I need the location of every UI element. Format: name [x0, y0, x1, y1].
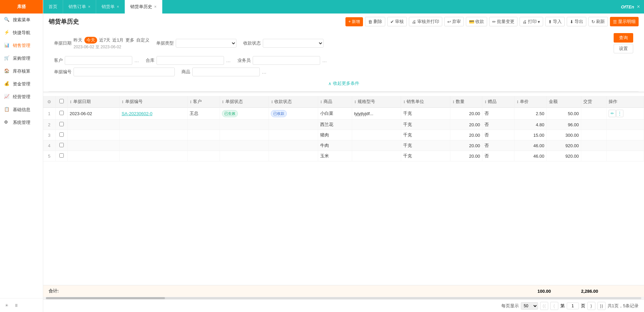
- sidebar-item-stock-calc[interactable]: 🏠 库存核算: [0, 65, 43, 78]
- collect-button[interactable]: 💳 收款: [466, 17, 487, 26]
- page-number-input[interactable]: [567, 303, 579, 309]
- td-collect-status: [269, 120, 318, 130]
- sidebar-item-operation-mgmt[interactable]: 📈 经营管理: [0, 90, 43, 103]
- tab-sales-order[interactable]: 销售订单 ×: [63, 0, 96, 14]
- sidebar-item-quick-nav[interactable]: ⚡ 快捷导航: [0, 26, 43, 39]
- page-next-btn[interactable]: ⟩: [587, 302, 595, 310]
- export-button[interactable]: ⬇ 导出: [567, 17, 586, 26]
- doc-no-input[interactable]: [74, 68, 175, 76]
- sidebar-item-system-mgmt[interactable]: ⚙ 系统管理: [0, 116, 43, 129]
- customer-input[interactable]: [65, 56, 132, 65]
- th-transaction: 交货: [581, 96, 607, 108]
- warehouse-input[interactable]: [157, 56, 224, 65]
- show-detail-button[interactable]: ☰ 显示明细: [610, 17, 639, 26]
- delete-button[interactable]: 🗑 删除: [365, 17, 385, 26]
- footer-label: 合计:: [49, 288, 59, 294]
- shortcut-custom[interactable]: 自定义: [136, 37, 149, 43]
- doc-no-label: 单据编号: [54, 69, 72, 75]
- scrollbar-track[interactable]: [46, 297, 641, 299]
- sidebar-bottom-btn-2[interactable]: ⏸: [12, 301, 20, 309]
- tab-close-sales-delivery[interactable]: ×: [117, 4, 119, 9]
- th-amount: 金额: [547, 96, 581, 108]
- sidebar-bottom-btn-1[interactable]: ☀: [3, 301, 11, 309]
- scrollbar-thumb[interactable]: [46, 297, 165, 299]
- td-collect-status: 已收款: [269, 108, 318, 120]
- sidebar-item-sales-mgmt[interactable]: 📊 销售管理: [0, 39, 43, 52]
- sidebar-item-basic-info[interactable]: 📋 基础信息: [0, 103, 43, 116]
- th-sales-unit[interactable]: ↕ 销售单位: [401, 96, 450, 108]
- th-qty[interactable]: ↕ 数量: [450, 96, 482, 108]
- goods-input[interactable]: [192, 68, 260, 76]
- tab-close-sales-history[interactable]: ×: [154, 4, 157, 9]
- review-button[interactable]: ✔ 审核: [387, 17, 407, 26]
- td-checkbox[interactable]: [55, 140, 67, 151]
- td-checkbox[interactable]: [55, 108, 67, 120]
- query-button[interactable]: 查询: [614, 33, 633, 43]
- shortcut-today[interactable]: 今天: [84, 37, 97, 44]
- filter-group-customer: 客户 …: [54, 56, 139, 65]
- page-first-btn[interactable]: ⟨⟨: [540, 302, 548, 310]
- more-btn[interactable]: ⋮: [616, 110, 623, 117]
- page-last-btn[interactable]: ⟩⟩: [597, 302, 606, 310]
- shortcut-more[interactable]: 更多: [125, 37, 134, 43]
- horizontal-scrollbar[interactable]: [43, 297, 644, 300]
- td-doc-no[interactable]: SA-20230602-0: [119, 108, 188, 120]
- tab-sales-delivery[interactable]: 销货单 ×: [96, 0, 125, 14]
- setting-button[interactable]: 设置: [614, 44, 633, 53]
- select-all-checkbox[interactable]: [59, 99, 64, 103]
- system-mgmt-icon: ⚙: [4, 120, 10, 126]
- shortcut-7days[interactable]: 近7天: [99, 37, 110, 43]
- table-row: 4牛肉千克20.00否46.00920.00: [43, 140, 644, 151]
- td-checkbox[interactable]: [55, 151, 67, 161]
- shortcut-1month[interactable]: 近1月: [112, 37, 123, 43]
- table-container[interactable]: ⚙ ↕ 单据日期 ↕ 单据编号: [43, 96, 644, 285]
- th-goods[interactable]: ↕ 商品: [318, 96, 352, 108]
- tab-sales-history[interactable]: 销货单历史 ×: [125, 0, 162, 14]
- td-doc-no[interactable]: [119, 130, 188, 140]
- settings-gear-icon[interactable]: ⚙: [47, 99, 51, 104]
- filter-collapse[interactable]: ∧ 收起更多条件: [54, 79, 633, 88]
- th-doc-status[interactable]: ↕ 单据状态: [220, 96, 269, 108]
- new-button[interactable]: + 新增: [345, 17, 363, 26]
- tab-close-sales-order[interactable]: ×: [88, 4, 90, 9]
- refresh-button[interactable]: ↻ 刷新: [588, 17, 608, 26]
- salesperson-input[interactable]: [253, 56, 320, 65]
- th-checkbox[interactable]: [55, 96, 67, 108]
- th-collect-status[interactable]: ↕ 收款状态: [269, 96, 318, 108]
- th-settings[interactable]: ⚙: [43, 96, 55, 108]
- td-doc-status: 已生效: [220, 108, 269, 120]
- tab-home[interactable]: 首页: [43, 0, 63, 14]
- td-doc-date: 2023-06-02: [67, 108, 119, 120]
- th-spec[interactable]: ↕ 规格型号: [352, 96, 401, 108]
- shortcut-yesterday[interactable]: 昨天: [74, 37, 82, 43]
- doc-type-label: 单据类型: [156, 40, 174, 46]
- td-checkbox[interactable]: [55, 120, 67, 130]
- td-doc-no[interactable]: [119, 140, 188, 151]
- td-goods: 牛肉: [318, 140, 352, 151]
- page-prev-btn[interactable]: ⟨: [550, 302, 558, 310]
- th-customer[interactable]: ↕ 客户: [188, 96, 220, 108]
- purchase-mgmt-icon: 🛒: [4, 55, 10, 61]
- td-doc-no[interactable]: [119, 120, 188, 130]
- td-doc-no[interactable]: [119, 151, 188, 161]
- batch-change-button[interactable]: ✏ 批量变更: [489, 17, 517, 26]
- edit-btn[interactable]: ✏: [609, 110, 616, 117]
- doc-type-select[interactable]: [176, 39, 236, 48]
- th-gift[interactable]: ↕ 赠品: [482, 96, 514, 108]
- window-close-btn[interactable]: ×: [637, 4, 640, 10]
- review-print-button[interactable]: 🖨 审核并打印: [409, 17, 442, 26]
- collect-status-select[interactable]: [263, 39, 324, 48]
- import-button[interactable]: ⬆ 导入: [545, 17, 565, 26]
- sidebar-item-search-menu[interactable]: 🔍 搜索菜单: [0, 14, 43, 26]
- td-doc-status: [220, 120, 269, 130]
- th-unit-price[interactable]: ↕ 单价: [514, 96, 547, 108]
- sidebar-item-finance-mgmt[interactable]: 💰 资金管理: [0, 78, 43, 90]
- page-size-select[interactable]: 50 100 200: [521, 302, 538, 310]
- th-doc-no[interactable]: ↕ 单据编号: [119, 96, 188, 108]
- abandon-button[interactable]: ↩ 弃审: [444, 17, 464, 26]
- th-doc-date[interactable]: ↕ 单据日期: [67, 96, 119, 108]
- sidebar-item-purchase-mgmt[interactable]: 🛒 采购管理: [0, 52, 43, 65]
- td-checkbox[interactable]: [55, 130, 67, 140]
- print-button[interactable]: 🖨 打印 ▾: [520, 17, 543, 26]
- filter-group-warehouse: 合库 …: [146, 56, 231, 65]
